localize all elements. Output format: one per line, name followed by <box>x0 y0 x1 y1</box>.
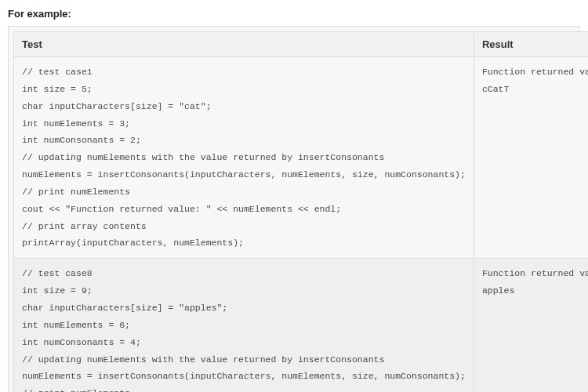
test-cell: // test case1 int size = 5; char inputCh… <box>14 57 474 259</box>
header-test: Test <box>14 32 474 57</box>
result-cell: Function returned value: 5 cCatT <box>474 57 588 259</box>
example-container: Test Result // test case1 int size = 5; … <box>8 26 580 392</box>
table-header-row: Test Result <box>14 32 589 57</box>
test-cell: // test case8 int size = 9; char inputCh… <box>14 259 474 392</box>
result-cell: Function returned value: 6 apples <box>474 259 588 392</box>
example-table: Test Result // test case1 int size = 5; … <box>13 31 588 392</box>
header-result: Result <box>474 32 588 57</box>
table-row: // test case8 int size = 9; char inputCh… <box>14 259 589 392</box>
example-heading: For example: <box>8 8 580 20</box>
table-row: // test case1 int size = 5; char inputCh… <box>14 57 589 259</box>
